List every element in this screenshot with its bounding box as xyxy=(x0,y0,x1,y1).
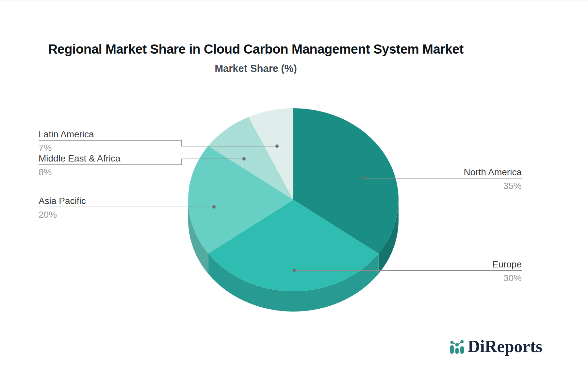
slice-label: North America xyxy=(368,166,522,178)
leader-dot-latin-america xyxy=(275,144,279,148)
callout-asia-pacific: Asia Pacific 20% xyxy=(39,195,192,220)
callout-middle-east-africa: Middle East & Africa 8% xyxy=(39,152,192,178)
bar-line-chart-icon xyxy=(449,339,465,356)
slice-label: Europe xyxy=(368,258,522,270)
slice-value: 20% xyxy=(39,209,192,220)
leader-dot-asia-pacific xyxy=(212,205,216,209)
leader-dot-europe xyxy=(293,269,296,272)
leader-dot-north-america xyxy=(363,177,366,180)
slice-label: Middle East & Africa xyxy=(39,152,192,164)
leader-dot-middle-east-africa xyxy=(242,157,246,161)
slice-value: 30% xyxy=(368,273,522,284)
slice-label: Asia Pacific xyxy=(39,195,192,207)
slice-value: 8% xyxy=(39,167,192,178)
slice-label: Latin America xyxy=(39,128,192,140)
slice-value: 35% xyxy=(368,180,522,192)
slice-value: 7% xyxy=(39,143,192,154)
callout-north-america: North America 35% xyxy=(368,166,522,192)
callout-europe: Europe 30% xyxy=(368,258,522,284)
callout-latin-america: Latin America 7% xyxy=(39,128,192,154)
direports-logo: DiReports xyxy=(468,337,542,356)
